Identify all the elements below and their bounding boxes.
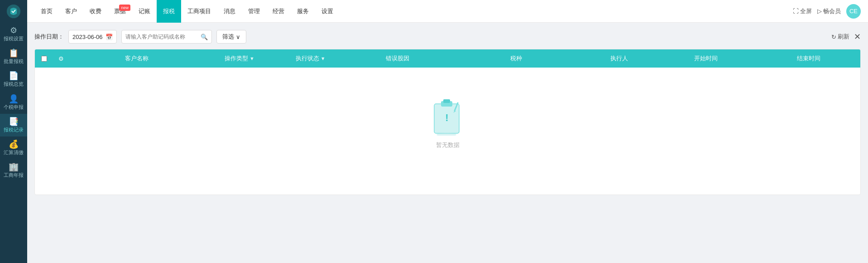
nav-item-customer[interactable]: 客户 xyxy=(59,0,83,23)
nav-label-management: 管理 xyxy=(248,7,260,15)
nav-item-message[interactable]: 消息 xyxy=(217,0,242,23)
data-table: ⚙ 客户名称 操作类型 ▼ 执行状态 ▼ 错误股因 xyxy=(34,49,861,195)
close-button[interactable]: ✕ xyxy=(854,33,861,41)
filter-optype-icon[interactable]: ▼ xyxy=(249,56,254,61)
sidebar-personal-tax-label: 个税申报 xyxy=(4,104,24,110)
th-error-reason-label: 错误股因 xyxy=(386,54,409,63)
avatar[interactable]: CE xyxy=(846,4,861,19)
fullscreen-label: 全屏 xyxy=(800,7,812,15)
fullscreen-button[interactable]: ⛶ 全屏 xyxy=(793,7,812,15)
sidebar-item-personal-tax[interactable]: 👤 个税申报 xyxy=(0,91,27,114)
nav-item-settings[interactable]: 设置 xyxy=(315,0,340,23)
search-input[interactable] xyxy=(125,34,201,40)
empty-text: 暂无数据 xyxy=(436,141,460,149)
content-area: 操作日期： 2023-06-06 📅 🔍 筛选 ∨ ↻ 刷新 xyxy=(27,23,868,263)
th-executor: 执行人 xyxy=(584,49,655,68)
filter-status-icon[interactable]: ▼ xyxy=(321,56,326,61)
date-label: 操作日期： xyxy=(34,33,64,41)
sidebar-item-annual-report[interactable]: 🏢 工商年报 xyxy=(0,159,27,182)
th-start-time-label: 开始时间 xyxy=(694,54,718,63)
chevron-down-icon: ∨ xyxy=(236,34,240,40)
sidebar-item-tax-record[interactable]: 📑 报税记录 xyxy=(0,114,27,136)
nav-item-billing[interactable]: 收费 xyxy=(83,0,108,23)
empty-state: ! 暂无数据 xyxy=(35,68,860,176)
sidebar-item-settlement[interactable]: 💰 汇算清缴 xyxy=(0,136,27,159)
th-start-time: 开始时间 xyxy=(655,49,758,68)
th-customer-name-label: 客户名称 xyxy=(125,54,149,63)
nav-item-bookkeeping[interactable]: 记账 xyxy=(132,0,157,23)
select-all-checkbox[interactable] xyxy=(41,56,47,62)
nav-label-billing: 收费 xyxy=(90,7,101,15)
sidebar-batch-tax-icon: 📋 xyxy=(9,49,19,57)
sidebar-batch-tax-label: 批量报税 xyxy=(4,58,24,64)
nav-label-bookkeeping: 记账 xyxy=(139,7,150,15)
table-body: ! 暂无数据 xyxy=(35,68,860,195)
toolbar: 操作日期： 2023-06-06 📅 🔍 筛选 ∨ ↻ 刷新 xyxy=(34,30,861,44)
th-end-time-label: 结束时间 xyxy=(797,54,820,63)
refresh-label: 刷新 xyxy=(838,33,849,41)
th-checkbox xyxy=(35,49,53,68)
sidebar-tax-settings-label: 报税设置 xyxy=(4,36,24,42)
settings-icon[interactable]: ⚙ xyxy=(58,55,64,62)
sidebar-item-tax-settings[interactable]: ⚙ 报税设置 xyxy=(0,23,27,45)
search-box[interactable]: 🔍 xyxy=(121,30,212,44)
toolbar-right: ↻ 刷新 ✕ xyxy=(831,33,861,41)
topnav-right: ⛶ 全屏 ▷ 畅会员 CE xyxy=(793,4,861,19)
date-picker[interactable]: 2023-06-06 📅 xyxy=(68,30,117,44)
page-content: 操作日期： 2023-06-06 📅 🔍 筛选 ∨ ↻ 刷新 xyxy=(27,23,868,263)
member-label: 畅会员 xyxy=(823,7,841,15)
nav-item-home[interactable]: 首页 xyxy=(34,0,59,23)
th-tax-type: 税种 xyxy=(449,49,584,68)
sidebar-settlement-label: 汇算清缴 xyxy=(4,150,24,156)
avatar-text: CE xyxy=(849,8,858,15)
nav-item-commerce[interactable]: 工商项目 xyxy=(181,0,217,23)
date-value: 2023-06-06 xyxy=(72,34,103,40)
search-icon: 🔍 xyxy=(201,34,208,40)
nav-label-message: 消息 xyxy=(224,7,235,15)
th-executor-label: 执行人 xyxy=(610,54,628,63)
calendar-icon: 📅 xyxy=(106,34,113,40)
th-gear: ⚙ xyxy=(53,49,69,68)
sidebar-settlement-icon: 💰 xyxy=(9,140,19,148)
sidebar-tax-record-icon: 📑 xyxy=(9,117,19,126)
sidebar-tax-settings-icon: ⚙ xyxy=(10,26,17,34)
sidebar-item-tax-overview[interactable]: 📄 报税总览 xyxy=(0,68,27,91)
sidebar-item-batch-tax[interactable]: 📋 批量报税 xyxy=(0,45,27,68)
filter-button[interactable]: 筛选 ∨ xyxy=(216,30,246,44)
nav-items: 首页客户收费票据new记账报税工商项目消息管理经营服务设置 xyxy=(34,0,793,23)
fullscreen-icon: ⛶ xyxy=(793,8,799,15)
video-icon: ▷ xyxy=(817,8,822,15)
sidebar-annual-report-label: 工商年报 xyxy=(4,172,24,178)
nav-label-tax: 报税 xyxy=(163,7,175,15)
th-error-reason: 错误股因 xyxy=(346,49,449,68)
main-area: 首页客户收费票据new记账报税工商项目消息管理经营服务设置 ⛶ 全屏 ▷ 畅会员… xyxy=(27,0,868,263)
sidebar-personal-tax-icon: 👤 xyxy=(9,95,19,103)
nav-item-tax[interactable]: 报税 xyxy=(157,0,181,23)
top-navigation: 首页客户收费票据new记账报税工商项目消息管理经营服务设置 ⛶ 全屏 ▷ 畅会员… xyxy=(27,0,868,23)
svg-text:!: ! xyxy=(445,112,448,123)
th-exec-status-label: 执行状态 xyxy=(296,54,319,63)
th-tax-type-label: 税种 xyxy=(510,54,522,63)
member-button[interactable]: ▷ 畅会员 xyxy=(817,7,841,15)
nav-item-management[interactable]: 管理 xyxy=(242,0,266,23)
nav-item-service[interactable]: 服务 xyxy=(291,0,315,23)
nav-label-service: 服务 xyxy=(297,7,309,15)
sidebar-tax-overview-icon: 📄 xyxy=(9,72,19,80)
nav-label-finance: 经营 xyxy=(273,7,284,15)
nav-label-home: 首页 xyxy=(41,7,53,15)
sidebar-annual-report-icon: 🏢 xyxy=(9,163,19,171)
th-op-type: 操作类型 ▼ xyxy=(204,49,275,68)
sidebar-tax-overview-label: 报税总览 xyxy=(4,81,24,87)
filter-label: 筛选 xyxy=(222,33,234,41)
sidebar-logo xyxy=(0,0,27,23)
nav-item-finance[interactable]: 经营 xyxy=(266,0,291,23)
nav-label-customer: 客户 xyxy=(65,7,77,15)
refresh-icon: ↻ xyxy=(831,34,836,40)
sidebar-tax-record-label: 报税记录 xyxy=(4,127,24,133)
nav-item-invoice[interactable]: 票据new xyxy=(108,0,132,23)
th-customer-name: 客户名称 xyxy=(69,49,204,68)
refresh-button[interactable]: ↻ 刷新 xyxy=(831,33,849,41)
nav-label-settings: 设置 xyxy=(321,7,333,15)
th-end-time: 结束时间 xyxy=(758,49,860,68)
table-header: ⚙ 客户名称 操作类型 ▼ 执行状态 ▼ 错误股因 xyxy=(35,49,860,68)
